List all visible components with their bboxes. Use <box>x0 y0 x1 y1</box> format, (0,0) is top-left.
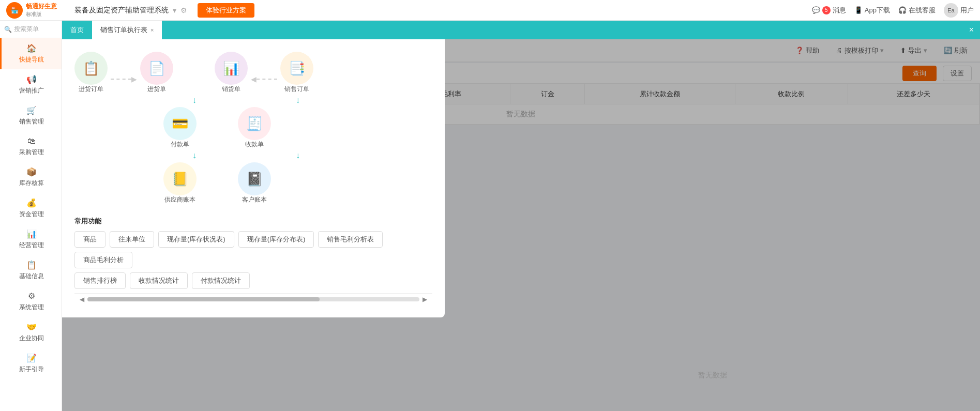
avatar: Ea <box>944 3 958 18</box>
message-icon: 💬 <box>812 6 820 14</box>
sidebar-label-system: 系统管理 <box>19 303 44 312</box>
purchase-order-icon: 📋 <box>74 52 108 85</box>
sidebar-item-enterprise[interactable]: 🤝 企业协同 <box>0 317 62 348</box>
flow-node-sales-bill[interactable]: 📊 销货单 <box>215 52 248 94</box>
basic-info-icon: 📋 <box>26 260 37 270</box>
quick-nav-icon: 🏠 <box>26 43 37 53</box>
app-icon: 📱 <box>854 6 863 14</box>
sidebar-label-enterprise: 企业协同 <box>19 334 44 343</box>
search-bar[interactable]: 🔍 搜索菜单 <box>0 21 62 38</box>
func-btn-sales-profit[interactable]: 销售毛利分析表 <box>318 231 383 248</box>
func-buttons-row1: 商品 往来单位 现存量(库存状况表) 现存量(库存分布表) 销售毛利分析表 商品… <box>74 231 432 268</box>
sidebar-item-sales[interactable]: 🛒 销售管理 <box>0 100 62 131</box>
header-middle: 体验行业方案 <box>198 3 812 18</box>
sidebar-item-system[interactable]: ⚙ 系统管理 <box>0 286 62 317</box>
supplier-ledger-label: 供应商账本 <box>164 195 195 204</box>
message-label: 消息 <box>833 6 846 15</box>
payment-out-label: 付款单 <box>171 140 189 149</box>
system-dropdown-icon[interactable]: ▾ <box>173 6 176 14</box>
flow-node-customer-ledger[interactable]: 📓 客户账本 <box>238 162 271 204</box>
sidebar-label-inventory: 库存核算 <box>19 179 44 188</box>
enterprise-icon: 🤝 <box>26 322 37 332</box>
func-btn-partner[interactable]: 往来单位 <box>110 231 154 248</box>
user-item[interactable]: Ea 用户 <box>944 3 974 18</box>
sidebar-item-basic-info[interactable]: 📋 基础信息 <box>0 255 62 286</box>
message-badge: 5 <box>822 6 831 14</box>
sidebar-item-purchase[interactable]: 🛍 采购管理 <box>0 131 62 162</box>
system-title-area: 装备及固定资产辅助管理系统 ▾ ⚙ <box>74 6 187 15</box>
header: 🏪 畅通好生意 标准版 装备及固定资产辅助管理系统 ▾ ⚙ 体验行业方案 💬 5… <box>0 0 980 21</box>
sidebar-label-finance: 资金管理 <box>19 210 44 219</box>
purchase-order-label: 进货订单 <box>79 85 103 94</box>
payment-in-label: 收款单 <box>245 140 264 149</box>
sidebar-item-finance[interactable]: 💰 资金管理 <box>0 193 62 224</box>
scroll-right-arrow[interactable]: ▶ <box>421 296 428 303</box>
tab-close-icon[interactable]: × <box>150 27 154 33</box>
func-btn-payment-stats[interactable]: 付款情况统计 <box>192 272 250 289</box>
sales-bill-label: 销货单 <box>222 85 240 94</box>
tab-home-label: 首页 <box>70 25 84 35</box>
system-icon: ⚙ <box>28 291 35 301</box>
purchase-bill-icon: 📄 <box>140 52 173 85</box>
flow-node-payment-in[interactable]: 🧾 收款单 <box>238 107 271 149</box>
scroll-left-arrow[interactable]: ◀ <box>79 296 85 303</box>
tab-bar: 首页 销售订单执行表 × × <box>62 21 980 39</box>
func-btn-sales-rank[interactable]: 销售排行榜 <box>74 272 126 289</box>
flow-node-purchase-bill[interactable]: 📄 进货单 <box>140 52 173 94</box>
payment-out-icon: 💳 <box>163 107 197 140</box>
sidebar: 🔍 搜索菜单 🏠 快捷导航 📢 营销推广 🛒 销售管理 🛍 采购管理 📦 库存核… <box>0 21 62 411</box>
service-icon: 🎧 <box>898 6 907 14</box>
system-title-text: 装备及固定资产辅助管理系统 <box>74 6 169 15</box>
flow-node-sales-order[interactable]: 📑 销售订单 <box>280 52 313 94</box>
settings-icon[interactable]: ⚙ <box>180 6 187 14</box>
inventory-icon: 📦 <box>26 167 37 177</box>
flow-node-purchase-order[interactable]: 📋 进货订单 <box>74 52 108 94</box>
sales-order-icon: 📑 <box>280 52 313 85</box>
sidebar-item-inventory[interactable]: 📦 库存核算 <box>0 162 62 193</box>
search-label: 搜索菜单 <box>14 25 39 34</box>
sidebar-label-purchase: 采购管理 <box>19 148 44 157</box>
func-btn-product[interactable]: 商品 <box>74 231 105 248</box>
flow-diagram: 📋 进货订单 ▶ <box>74 52 432 206</box>
supplier-ledger-icon: 📒 <box>163 162 197 195</box>
sidebar-item-newbie[interactable]: 📝 新手引导 <box>0 348 62 379</box>
user-label: 用户 <box>960 6 974 15</box>
online-service-item[interactable]: 🎧 在线客服 <box>898 6 936 15</box>
sidebar-label-marketing: 营销推广 <box>19 86 44 95</box>
customer-ledger-label: 客户账本 <box>242 195 267 204</box>
logo-text: 畅通好生意 <box>26 2 57 11</box>
sales-bill-icon: 📊 <box>215 52 248 85</box>
tab-bar-close-button[interactable]: × <box>963 21 980 39</box>
message-item[interactable]: 💬 5 消息 <box>812 6 846 15</box>
common-functions-title: 常用功能 <box>74 217 432 226</box>
finance-icon: 💰 <box>26 198 37 208</box>
payment-in-icon: 🧾 <box>238 107 271 140</box>
flow-node-supplier-ledger[interactable]: 📒 供应商账本 <box>163 162 197 204</box>
experience-button[interactable]: 体验行业方案 <box>198 3 254 18</box>
sidebar-item-quick-nav[interactable]: 🏠 快捷导航 <box>0 38 62 69</box>
newbie-icon: 📝 <box>26 353 37 363</box>
content-area: 首页 销售订单执行表 × × ❓ 帮助 🖨 按模板打印 ▾ <box>62 21 980 411</box>
operations-icon: 📊 <box>26 229 37 239</box>
tab-sales-order[interactable]: 销售订单执行表 × <box>92 21 162 39</box>
sidebar-item-operations[interactable]: 📊 经营管理 <box>0 224 62 255</box>
quick-guide-overlay: 📋 进货订单 ▶ <box>62 39 980 411</box>
scrollbar-track[interactable] <box>87 297 419 301</box>
func-btn-product-profit[interactable]: 商品毛利分析 <box>74 252 132 268</box>
purchase-bill-label: 进货单 <box>147 85 166 94</box>
flow-node-payment-out[interactable]: 💳 付款单 <box>163 107 197 149</box>
sidebar-label-operations: 经营管理 <box>19 241 44 250</box>
sidebar-item-marketing[interactable]: 📢 营销推广 <box>0 69 62 100</box>
app-download-item[interactable]: 📱 App下载 <box>854 6 890 15</box>
func-buttons-row2: 销售排行榜 收款情况统计 付款情况统计 <box>74 272 432 289</box>
quick-guide-panel: 📋 进货订单 ▶ <box>62 39 445 317</box>
tab-home[interactable]: 首页 <box>62 21 92 39</box>
func-btn-receipt-stats[interactable]: 收款情况统计 <box>130 272 188 289</box>
main-layout: 🔍 搜索菜单 🏠 快捷导航 📢 营销推广 🛒 销售管理 🛍 采购管理 📦 库存核… <box>0 21 980 411</box>
func-btn-stock-dist[interactable]: 现存量(库存分布表) <box>238 231 314 248</box>
tab-sales-order-label: 销售订单执行表 <box>100 25 147 35</box>
app-download-label: App下载 <box>865 6 890 15</box>
func-btn-stock-status[interactable]: 现存量(库存状况表) <box>158 231 234 248</box>
logo-icon: 🏪 <box>6 2 23 19</box>
sidebar-label-quick-nav: 快捷导航 <box>19 55 44 64</box>
